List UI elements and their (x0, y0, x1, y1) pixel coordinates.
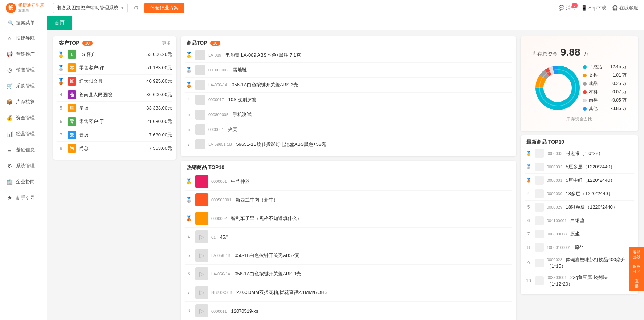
avatar: L (68, 50, 76, 59)
product-info: LA-59651-1B 59651-1B旋转投影灯电池盒ABS黑色+58壳 (208, 141, 512, 148)
system-select[interactable]: 装备及固定资产辅助管理系统 ▾ (53, 3, 128, 13)
sidebar-item-system[interactable]: ⚙ 系统管理 (0, 158, 47, 174)
message-button[interactable]: 💬 消息 6 (559, 5, 575, 11)
product-thumbnail: ▷ (195, 304, 208, 317)
stock-total-row: 库存总资金 9.88 万 (526, 42, 632, 60)
hot-products-title: 热销商品 TOP10 (187, 164, 224, 171)
gear-button[interactable]: ⚙ (131, 3, 142, 13)
product-img (535, 216, 544, 225)
sidebar-item-operation[interactable]: 📊 经营管理 (0, 126, 47, 142)
product-name: 004100001 白钢垫 (547, 217, 634, 224)
direct-service-line1: 直 (635, 279, 639, 284)
message-icon: 💬 (559, 5, 564, 11)
top-tabs: 首页 (47, 16, 644, 30)
stock-total-unit: 万 (583, 51, 588, 57)
table-row: 🥇 L LS 客户 53,006.26元 (57, 48, 172, 61)
guide-icon: ★ (6, 194, 13, 201)
rank-number: 7 (57, 132, 65, 138)
product-name: 0000031 5厘中纤（1220*2440） (547, 177, 634, 184)
table-row: 7 LA-59651-1B 59651-1B旋转投影灯电池盒ABS黑色+58壳 (185, 137, 512, 152)
product-info: 0000017 10S 变刑罗篓 (208, 97, 512, 103)
try-button[interactable]: 体验行业方案 (144, 3, 184, 13)
sidebar-item-marketing[interactable]: 📢 营销推广 (0, 46, 47, 62)
service-community-button[interactable]: 服务 社区 (629, 262, 644, 276)
product-img (195, 80, 205, 90)
sidebar-item-base[interactable]: ≡ 基础信息 (0, 142, 47, 158)
product-name: 0000032 5厘多层（1220*2440） (547, 164, 634, 170)
system-name: 装备及固定资产辅助管理系统 (57, 5, 118, 11)
top-sales-badge: 10 (210, 41, 220, 46)
customer-amount: 36,600.00元 (146, 91, 172, 98)
product-img (535, 189, 544, 198)
hot-products-card: 热销商品 TOP10 🥇 0000001 中华神器 🥈 000500001 (181, 161, 516, 320)
legend-item: 文具 1.01 万 (583, 72, 627, 78)
product-thumbnail (195, 175, 208, 188)
customer-ranking-more[interactable]: 更多 (162, 40, 171, 46)
sidebar-item-sales[interactable]: ◎ 销售管理 (0, 62, 47, 78)
product-name: 0000029 18颗粒板（1220*2440） (547, 204, 634, 210)
tab-home[interactable]: 首页 (47, 16, 72, 30)
list-item: 🥇 0000033 封边带（1.0*22） (525, 147, 634, 160)
list-item: 4 ▷ 01 45# (185, 228, 512, 246)
product-details: 000500001 新西兰牛肉（新牛） (211, 197, 512, 203)
customer-amount: 7,563.00元 (149, 145, 172, 152)
table-row: 7 云 云扬 7,680.00元 (57, 128, 172, 142)
avatar: 苍 (68, 90, 76, 99)
online-service-button[interactable]: 🎧 在线客服 (612, 5, 638, 11)
purchase-icon: 🛒 (6, 82, 13, 90)
sidebar-item-quick-nav[interactable]: ⌂ 快捷导航 (0, 30, 47, 46)
sidebar-item-stock[interactable]: 📦 库存核算 (0, 94, 47, 110)
list-item: 6 ▷ LA-056-1A 056-1A白色按键开关盖ABS 3壳 (185, 265, 512, 283)
list-item: 8 ▷ 0000011 12070519-xs (185, 302, 512, 320)
product-img (535, 149, 544, 158)
stock-card: 库存总资金 9.88 万 (521, 36, 638, 131)
product-thumbnail: ▷ (195, 230, 208, 243)
customer-amount: 53,006.26元 (146, 51, 172, 58)
customer-ranking-card: 客户TOP 10 更多 🥇 L LS 客户 53,006.26元 🥈 零 零售客… (53, 36, 176, 160)
sidebar-item-purchase[interactable]: 🛒 采购管理 (0, 78, 47, 94)
customer-service-button[interactable]: 客服 热线 (629, 247, 644, 262)
rank-number: 9 (525, 260, 532, 266)
customer-ranking-list: 🥇 L LS 客户 53,006.26元 🥈 零 零售客户·许 51,183.0… (53, 48, 176, 160)
sidebar-item-finance[interactable]: 💰 资金管理 (0, 110, 47, 126)
product-img (535, 276, 544, 285)
search-menu-button[interactable]: 🔍 搜索菜单 (0, 16, 47, 30)
legend-item: 肉类 -0.05 万 (583, 97, 627, 103)
table-row: 🥉 红 红太阳文具 40,925.00元 (57, 75, 172, 88)
direct-service-button[interactable]: 直 播 (629, 276, 644, 291)
app-download-button[interactable]: 📱 App下载 (581, 5, 606, 11)
stock-icon: 📦 (6, 98, 13, 106)
logo-text: 畅捷通好生意 (18, 3, 44, 8)
avatar: 零 (68, 63, 76, 72)
stock-total-label: 库存总资金 (532, 51, 558, 57)
list-item: 8 10000100001 原坐 (525, 241, 634, 254)
product-thumbnail (195, 212, 208, 225)
mobile-icon: 📱 (581, 5, 587, 11)
rank-number: 10 (525, 278, 532, 283)
donut-svg (532, 62, 583, 113)
legend-item: 其他 -3.86 万 (583, 106, 627, 112)
list-item: 🥉 0000002 智利车子里（规格不知道填什么） (185, 209, 512, 228)
left-column: 客户TOP 10 更多 🥇 L LS 客户 53,006.26元 🥈 零 零售客… (53, 36, 176, 320)
sidebar-item-guide[interactable]: ★ 新手引导 (0, 190, 47, 206)
customer-name: 星扬 (79, 105, 146, 111)
table-row: 8 尚 尚总 7,563.00元 (57, 142, 172, 155)
new-products-list: 🥇 0000033 封边带（1.0*22） 🥈 0000032 5厘多层（122… (521, 147, 638, 294)
rank-number: 7 (525, 231, 532, 237)
rank-number: 🥇 (185, 178, 192, 185)
legend-item: 成品 0.25 万 (583, 81, 627, 87)
product-name: 10000100001 原坐 (547, 244, 634, 251)
list-item: 🥇 0000001 中华神器 (185, 172, 512, 191)
new-products-card: 最新商品 TOP10 🥇 0000033 封边带（1.0*22） 🥈 00000… (521, 135, 638, 294)
customer-ranking-header: 客户TOP 10 更多 (53, 36, 176, 48)
list-item: 🥈 000500001 新西兰牛肉（新牛） (185, 191, 512, 209)
rank-number: 8 (185, 308, 192, 313)
legend-item: 材料 0.07 万 (583, 89, 627, 95)
rank-number: 6 (185, 127, 192, 132)
sidebar-item-corp[interactable]: 🏢 企业协同 (0, 174, 47, 190)
float-service-panel: 客服 热线 服务 社区 直 播 (629, 247, 644, 291)
product-details: 0000011 12070519-xs (211, 308, 512, 314)
customer-amount: 7,680.00元 (149, 132, 172, 138)
product-img (535, 230, 544, 238)
logo: 畅 畅捷通好生意 标准版 (6, 3, 53, 13)
